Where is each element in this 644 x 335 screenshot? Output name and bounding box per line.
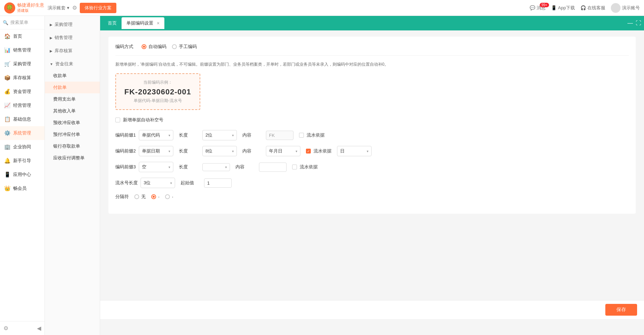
message-icon: 💬 <box>530 5 535 10</box>
prefix2-length-field: 长度 8位 ▾ <box>179 146 237 156</box>
sep-dot-circle <box>165 194 170 199</box>
panel-item-other-income[interactable]: 其他收入单 <box>45 105 100 117</box>
prefix3-waterflow-label: 流水依据 <box>300 164 318 170</box>
panel-group-finance: ▼ 资金往来 收款单 付款单 费用支出单 其他收入单 预收冲应收单 预付冲应付单… <box>45 58 100 164</box>
prefix2-waterflow-checkbox[interactable]: ✓ <box>306 149 311 153</box>
sep-dash-circle <box>151 194 156 199</box>
panel-title-sales[interactable]: ▶ 销售管理 <box>45 32 100 44</box>
system-icon: ⚙️ <box>4 130 10 136</box>
company-selector[interactable]: 演示账套 ▾ <box>48 5 69 11</box>
panel-item-ar-ap-adjust[interactable]: 应收应付调整单 <box>45 152 100 164</box>
form-card: 编码方式 自动编码 手工编码 新增单据时，'单据编码'自动生成，不可编辑。前缀 <box>108 37 636 214</box>
manual-code-radio[interactable]: 手工编码 <box>172 44 197 50</box>
sidebar-item-label: 采购管理 <box>13 61 31 67</box>
sidebar-item-purchase[interactable]: 🛒 采购管理 <box>0 57 45 71</box>
panel-title-purchase[interactable]: ▶ 采购管理 <box>45 19 100 30</box>
prefix3-waterflow-checkbox[interactable] <box>292 165 297 169</box>
sidebar-item-home[interactable]: 🏠 首页 <box>0 29 45 43</box>
sidebar-item-operations[interactable]: 📈 经营管理 <box>0 99 45 112</box>
prefix1-waterflow-checkbox[interactable] <box>299 133 304 138</box>
minimize-button[interactable]: — <box>627 20 633 26</box>
sidebar-item-label: 经营管理 <box>13 102 31 109</box>
chevron-down-icon: ▾ <box>169 149 170 153</box>
panel-group-sales: ▶ 销售管理 <box>45 32 100 44</box>
sidebar-item-inventory[interactable]: 📦 库存核算 <box>0 71 45 85</box>
start-value-input[interactable] <box>204 178 232 188</box>
save-button[interactable]: 保存 <box>605 304 637 316</box>
auto-fill-row: 新增单据自动补空号 <box>115 117 629 123</box>
settings-icon[interactable]: ⚙ <box>72 4 77 11</box>
serial-length-label: 流水号长度 <box>115 180 138 186</box>
length-label: 长度 <box>179 164 200 170</box>
experience-button[interactable]: 体验行业方案 <box>80 3 116 13</box>
user-avatar[interactable]: 演示账号 <box>611 3 640 13</box>
prefix2-period-select[interactable]: 日 ▾ <box>337 146 372 156</box>
start-value-label: 起始值 <box>181 180 201 186</box>
sidebar-item-finance[interactable]: 💰 资金管理 <box>0 85 45 99</box>
operations-icon: 📈 <box>4 102 10 109</box>
online-service-button[interactable]: 🎧 在线客服 <box>580 5 605 11</box>
avatar-image <box>611 3 621 13</box>
prefix2-select[interactable]: 单据日期 ▾ <box>139 146 173 156</box>
panel-item-advance-receivable[interactable]: 预收冲应收单 <box>45 117 100 129</box>
sidebar: 🔍 搜索菜单 🏠 首页 📊 销售管理 🛒 采购管理 📦 库存核算 💰 资金管理 … <box>0 16 45 319</box>
tab-active[interactable]: 单据编码设置 × <box>122 17 164 29</box>
prefix1-length-select[interactable]: 2位 ▾ <box>202 130 237 140</box>
sep-none-radio[interactable]: 无 <box>134 194 146 200</box>
logo-text: 畅捷通好生意 搭建版 <box>17 2 44 13</box>
sidebar-item-newguide[interactable]: 🔔 新手引导 <box>0 154 45 168</box>
content-label: 内容 <box>236 164 256 170</box>
second-panel: ▶ 采购管理 ▶ 销售管理 ▶ 库存核算 ▼ 资金往来 收款单 付款单 费用支出… <box>45 16 100 319</box>
sep-dash-radio[interactable]: · <box>151 194 160 199</box>
sidebar-item-label: 首页 <box>13 33 22 39</box>
auto-code-radio[interactable]: 自动编码 <box>142 44 166 50</box>
sidebar-search[interactable]: 🔍 搜索菜单 <box>0 16 45 29</box>
sidebar-item-basic[interactable]: 📋 基础信息 <box>0 112 45 126</box>
message-button[interactable]: 💬 消息 99+ <box>530 5 546 11</box>
code-preview-desc: 单据代码-单据日期-流水号 <box>124 98 191 104</box>
newguide-icon: 🔔 <box>4 158 10 164</box>
chevron-down-icon: ▾ <box>225 165 227 169</box>
panel-title-inventory[interactable]: ▶ 库存核算 <box>45 45 100 57</box>
prefix2-content-select[interactable]: 年月日 ▾ <box>266 146 300 156</box>
prefix3-select[interactable]: 空 ▾ <box>139 162 173 172</box>
sidebar-item-sales[interactable]: 📊 销售管理 <box>0 43 45 57</box>
sidebar-item-system[interactable]: ⚙️ 系统管理 <box>0 126 45 140</box>
sidebar-item-member[interactable]: 👑 畅会员 <box>0 182 45 195</box>
tab-actions: — ⛶ <box>627 20 641 26</box>
maximize-button[interactable]: ⛶ <box>636 20 641 26</box>
prefix1-select[interactable]: 单据代码 ▾ <box>139 130 173 140</box>
sidebar-item-appcenter[interactable]: 📱 应用中心 <box>0 168 45 182</box>
sidebar-item-label: 企业协同 <box>13 144 31 150</box>
auto-code-circle <box>142 44 146 49</box>
panel-item-advance-payable[interactable]: 预付冲应付单 <box>45 129 100 140</box>
panel-item-payment[interactable]: 付款单 <box>45 82 100 93</box>
prefix3-content-field: 内容 <box>236 162 287 172</box>
serial-length-select[interactable]: 3位 ▾ <box>141 178 175 188</box>
prefix3-length-select[interactable]: ▾ <box>202 163 230 171</box>
panel-item-receipt[interactable]: 收款单 <box>45 70 100 82</box>
download-icon: 📱 <box>551 5 557 10</box>
sep-dot-radio[interactable]: · <box>165 194 173 199</box>
length-label: 长度 <box>179 132 200 138</box>
basic-icon: 📋 <box>4 116 10 122</box>
chevron-down-icon: ▾ <box>367 149 368 153</box>
top-bar-controls: 演示账套 ▾ ⚙ 体验行业方案 <box>48 3 116 13</box>
prefix1-content-input[interactable] <box>266 131 294 140</box>
sidebar-item-enterprise[interactable]: 🏢 企业协同 <box>0 140 45 154</box>
arrow-right-icon: ▶ <box>50 23 52 27</box>
auto-fill-checkbox[interactable] <box>115 118 120 122</box>
panel-item-expense[interactable]: 费用支出单 <box>45 93 100 105</box>
prefix3-waterflow-field: 流水依据 <box>292 164 318 170</box>
coding-method-row: 编码方式 自动编码 手工编码 <box>115 44 629 56</box>
tab-home[interactable]: 首页 <box>103 17 122 29</box>
panel-group-purchase: ▶ 采购管理 <box>45 19 100 30</box>
panel-item-bank-deposit[interactable]: 银行存取款单 <box>45 140 100 152</box>
app-download-button[interactable]: 📱 App下载 <box>551 5 575 11</box>
panel-title-finance[interactable]: ▼ 资金往来 <box>45 58 100 70</box>
tab-close-button[interactable]: × <box>157 20 160 26</box>
arrow-right-icon: ▶ <box>50 49 52 53</box>
prefix2-length-select[interactable]: 8位 ▾ <box>202 146 237 156</box>
prefix3-content-input[interactable] <box>259 162 287 172</box>
content-label: 内容 <box>242 132 263 138</box>
